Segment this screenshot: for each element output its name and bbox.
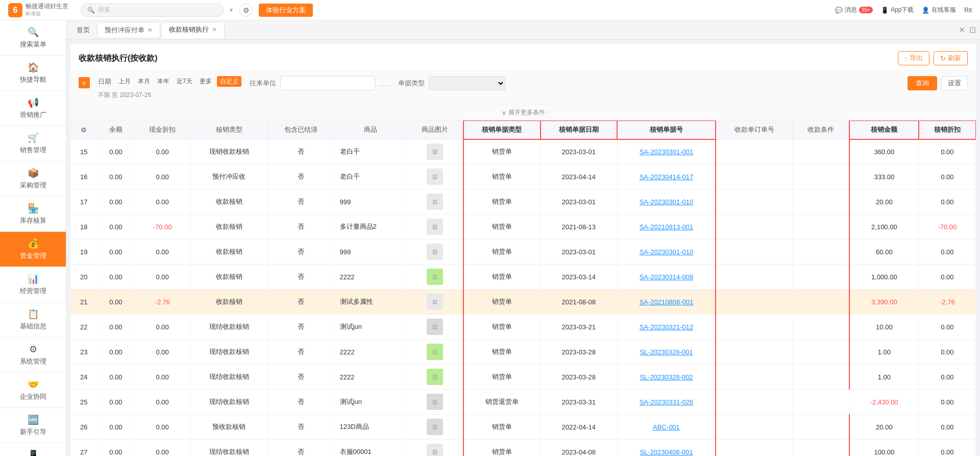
tab-prepay[interactable]: 预付冲应付单 ✕ (97, 22, 160, 38)
row-verify-bill-no[interactable]: SA-20230414-017 (617, 164, 716, 189)
row-verify-type: 收款核销 (191, 239, 268, 265)
th-cash-discount: 现金折扣 (134, 121, 191, 139)
expand-icon: » (82, 79, 86, 87)
sidebar-item-sales[interactable]: 🛒 销售管理 (0, 126, 66, 161)
row-verify-type: 现销收款核销 (191, 139, 268, 164)
bill-no-link[interactable]: SL-20230408-001 (640, 448, 693, 456)
row-verify-bill-no[interactable]: SA-20230314-008 (617, 265, 716, 290)
sidebar-item-enterprise[interactable]: 🤝 企业协同 (0, 373, 66, 408)
bill-no-link[interactable]: SA-20230301-010 (640, 198, 694, 206)
product-thumbnail: 🖼 (427, 269, 443, 285)
row-product-img: 🖼 (407, 239, 463, 265)
sidebar-item-purchase[interactable]: 📦 采购管理 (0, 161, 66, 197)
bill-no-link[interactable]: ABC-001 (653, 423, 680, 431)
date-option-this-month[interactable]: 本月 (136, 76, 152, 87)
bill-no-link[interactable]: SA-20210808-001 (640, 298, 694, 306)
sidebar-item-hardware[interactable]: 📱 智能硬件 (0, 443, 66, 456)
row-product-img: 🖼 (407, 365, 463, 390)
date-option-custom[interactable]: 自定义 (217, 76, 241, 87)
row-verify-bill-no[interactable]: SA-20230321-012 (617, 315, 716, 340)
refresh-button[interactable]: ↻ 刷新 (934, 51, 968, 65)
row-verify-bill-no[interactable]: SL-20230408-001 (617, 440, 716, 457)
export-button[interactable]: ↑ 导出 (898, 51, 930, 65)
online-service-item[interactable]: 👤 在线客服 (922, 6, 956, 14)
sidebar-item-search[interactable]: 🔍 搜索菜单 (0, 20, 66, 56)
sidebar-item-finance[interactable]: 💰 资金管理 (0, 232, 66, 267)
settings-icon[interactable]: ⚙ (239, 4, 253, 17)
date-option-this-year[interactable]: 本年 (155, 76, 172, 87)
row-receipt-order-no (716, 189, 793, 214)
tab-prepay-close[interactable]: ✕ (148, 27, 153, 34)
bill-no-link[interactable]: SA-20230331-026 (640, 398, 694, 406)
tab-home[interactable]: 首页 (70, 26, 96, 35)
row-receipt-order-no (716, 365, 793, 390)
sidebar-item-system[interactable]: ⚙ 系统管理 (0, 338, 66, 373)
bill-no-link[interactable]: SL-20230328-002 (640, 373, 693, 381)
date-option-more[interactable]: 更多 (198, 76, 214, 87)
table-row: 27 0.00 0.00 现结收款核销 否 衣服00001 🖼 销货单 2023… (70, 440, 976, 457)
sidebar-item-guide[interactable]: 🆕 新手引导 (0, 408, 66, 443)
settings-button[interactable]: 设置 (941, 76, 968, 90)
row-balance: 0.00 (97, 265, 134, 290)
bill-no-link[interactable]: SA-20230301-001 (640, 148, 694, 156)
row-verify-bill-no[interactable]: SA-20230301-010 (617, 189, 716, 214)
row-verify-bill-no[interactable]: SA-20230301-010 (617, 239, 716, 265)
row-receipt-order-no (716, 265, 793, 290)
th-settings[interactable]: ⚙ (70, 121, 97, 139)
filter-expand-button[interactable]: » (79, 77, 90, 88)
row-id: 19 (70, 239, 97, 265)
date-option-last-month[interactable]: 上月 (116, 76, 133, 87)
sidebar-item-base[interactable]: 📋 基础信息 (0, 302, 66, 338)
app-download-item[interactable]: 📱 App下载 (881, 6, 914, 14)
row-verify-bill-no[interactable]: SA-20230301-001 (617, 139, 716, 164)
row-verify-bill-no[interactable]: SL-20230328-002 (617, 365, 716, 390)
row-verify-discount: 0.00 (919, 189, 975, 214)
maximize-icon[interactable]: ⊡ (969, 25, 976, 35)
row-verify-bill-no[interactable]: ABC-001 (617, 415, 716, 440)
user-name-item[interactable]: Rit (964, 7, 972, 14)
bill-no-link[interactable]: SA-20230301-010 (640, 248, 694, 256)
row-id: 24 (70, 365, 97, 390)
from-unit-input[interactable] (280, 76, 375, 90)
row-verify-bill-no[interactable]: SA-20210808-001 (617, 290, 716, 315)
notification-item[interactable]: 💬 消息 99+ (835, 6, 873, 14)
th-verify-amount: 核销金额 (849, 121, 919, 139)
row-receipt-order-no (716, 214, 793, 239)
bill-no-link[interactable]: SL-20230328-001 (640, 348, 693, 356)
tab-prepay-label: 预付冲应付单 (105, 26, 144, 35)
bill-no-link[interactable]: SA-20230321-012 (640, 323, 694, 331)
sidebar-item-operation[interactable]: 📊 经营管理 (0, 267, 66, 302)
row-verify-bill-no[interactable]: SA-20210813-001 (617, 214, 716, 239)
row-receipt-condition (793, 440, 849, 457)
row-include-settled: 否 (267, 164, 334, 189)
top-search[interactable]: 🔍 搜索 (81, 4, 224, 17)
bill-type-select[interactable] (429, 76, 505, 90)
solution-button[interactable]: 体验行业方案 (259, 4, 313, 17)
row-balance: 0.00 (97, 365, 134, 390)
row-product-img: 🖼 (407, 265, 463, 290)
bill-no-link[interactable]: SA-20210813-001 (640, 223, 694, 231)
date-option-7days[interactable]: 近7天 (175, 76, 194, 87)
row-verify-amount: 20.00 (849, 189, 919, 214)
online-service-label: 在线客服 (932, 6, 956, 14)
page-header: 收款核销执行(按收款) ↑ 导出 ↻ 刷新 (70, 44, 976, 71)
sidebar-item-shortcut[interactable]: 🏠 快捷导航 (0, 56, 66, 91)
tab-bar: 首页 预付冲应付单 ✕ 收款核销执行 ✕ ✕ ⊡ (66, 20, 980, 40)
row-product-img: 🖼 (407, 415, 463, 440)
sidebar-item-label: 快捷导航 (20, 75, 46, 84)
row-verify-bill-no[interactable]: SL-20230328-001 (617, 340, 716, 365)
bill-no-link[interactable]: SA-20230414-017 (640, 173, 694, 181)
row-verify-bill-no[interactable]: SA-20230331-026 (617, 390, 716, 415)
sidebar-item-marketing[interactable]: 📢 营销推广 (0, 91, 66, 126)
close-window-icon[interactable]: ✕ (959, 25, 965, 35)
tab-receipt-close[interactable]: ✕ (212, 26, 217, 33)
query-button[interactable]: 查询 (908, 76, 937, 90)
row-cash-discount: 0.00 (134, 440, 191, 457)
bill-no-link[interactable]: SA-20230314-008 (640, 273, 694, 281)
tab-receipt[interactable]: 收款核销执行 ✕ (161, 22, 225, 38)
sidebar-item-inventory[interactable]: 🏪 库存核算 (0, 197, 66, 232)
expand-more-button[interactable]: ∨ 展开更多条件 (502, 108, 545, 117)
from-unit-label: 往来单位 (250, 79, 276, 88)
notification-icon: 💬 (835, 7, 843, 14)
from-unit-filter-group: 往来单位 ... (250, 76, 390, 90)
